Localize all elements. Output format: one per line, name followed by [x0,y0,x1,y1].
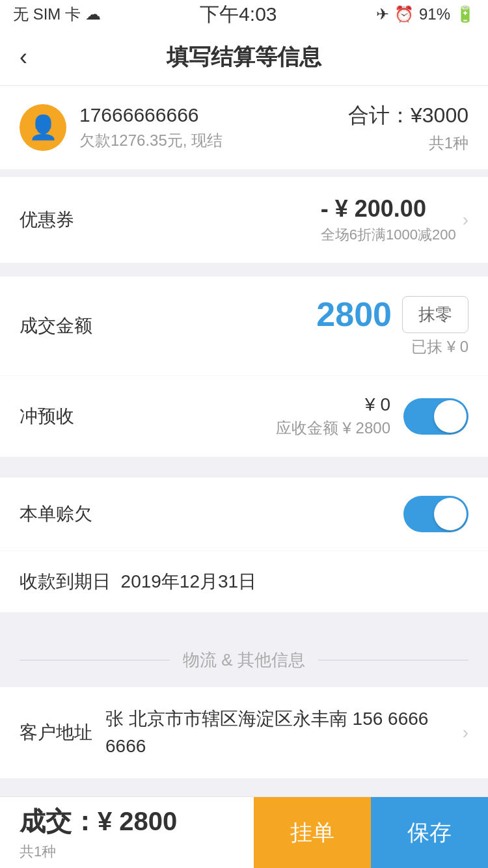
battery-icon: 🔋 [455,5,475,23]
address-content: 张 北京市市辖区海淀区永丰南 156 6666 6666 [105,705,450,760]
divider-line-left [20,660,170,660]
address-label: 客户地址 [20,720,92,745]
coupon-label: 优惠券 [20,208,74,232]
charge-sub: 应收金额 ¥ 2800 [276,418,390,439]
status-left: 无 SIM 卡 ☁ [13,4,101,25]
customer-phone: 17666666666 [79,104,223,126]
charge-toggle[interactable] [403,398,468,435]
footer-summary: 成交：¥ 2800 共1种 [0,804,254,861]
credit-debt-row: 本单赊欠 [0,478,488,551]
section-divider-3 [0,620,488,633]
section-divider-2 [0,465,488,478]
charge-right: ¥ 0 应收金额 ¥ 2800 [276,394,390,439]
address-row[interactable]: 客户地址 张 北京市市辖区海淀区永丰南 156 6666 6666 › [0,687,488,778]
coupon-amount: - ¥ 200.00 [321,195,456,223]
deal-amount-value: 2800 [316,295,392,334]
divider-line-right [318,660,468,660]
credit-label: 本单赊欠 [20,502,92,526]
status-bar: 无 SIM 卡 ☁ 下午4:03 ✈ ⏰ 91% 🔋 [0,0,488,29]
logistics-label: 物流 & 其他信息 [183,649,305,671]
credit-toggle-knob [434,498,467,530]
coupon-desc: 全场6折满1000减200 [321,225,456,245]
coupon-chevron-icon: › [463,210,468,230]
due-date-row: 收款到期日 2019年12月31日 [0,551,488,612]
address-chevron-icon: › [463,722,468,743]
deal-label: 成交金额 [20,314,92,338]
location-icon: ✈ [376,5,389,23]
credit-toggle[interactable] [403,496,468,532]
bottom-footer: 成交：¥ 2800 共1种 挂单 保存 [0,796,488,868]
avatar-icon: 👤 [29,114,58,141]
deal-value-container: 2800 抹零 [316,295,468,334]
page-title: 填写结算等信息 [167,42,321,72]
back-button[interactable]: ‹ [20,44,27,71]
content: 👤 17666666666 欠款1276.35元, 现结 合计：¥3000 共1… [0,86,488,868]
customer-left: 👤 17666666666 欠款1276.35元, 现结 [20,104,223,151]
footer-deal-value: ¥ 2800 [98,807,177,835]
customer-right: 合计：¥3000 共1种 [348,102,468,154]
charge-label: 冲预收 [20,404,74,429]
status-right: ✈ ⏰ 91% 🔋 [376,5,475,23]
footer-deal: 成交：¥ 2800 [20,804,234,839]
logistics-divider: 物流 & 其他信息 [0,633,488,687]
coupon-row[interactable]: 优惠券 - ¥ 200.00 全场6折满1000减200 › [0,177,488,264]
customer-card: 👤 17666666666 欠款1276.35元, 现结 合计：¥3000 共1… [0,86,488,169]
charge-amount: ¥ 0 [276,394,390,415]
footer-deal-label: 成交： [20,807,98,835]
deal-amount-row: 成交金额 2800 抹零 已抹 ¥ 0 [0,277,488,376]
no-sim-text: 无 SIM 卡 ☁ [13,4,101,25]
footer-count: 共1种 [20,842,234,861]
credit-section: 本单赊欠 收款到期日 2019年12月31日 [0,478,488,612]
customer-sub: 欠款1276.35元, 现结 [79,130,223,151]
avatar: 👤 [20,104,66,151]
section-divider-1 [0,264,488,277]
charge-adv-row: 冲预收 ¥ 0 应收金额 ¥ 2800 [0,376,488,457]
deal-section: 成交金额 2800 抹零 已抹 ¥ 0 冲预收 ¥ 0 应收金额 ¥ 2800 [0,277,488,457]
status-time: 下午4:03 [200,1,277,28]
round-button[interactable]: 抹零 [402,296,468,333]
deal-sub: 已抹 ¥ 0 [411,336,468,357]
save-button[interactable]: 保存 [371,797,488,869]
customer-info: 17666666666 欠款1276.35元, 现结 [79,104,223,151]
toggle-knob [434,400,467,433]
total-price: 合计：¥3000 [348,102,468,130]
hold-button[interactable]: 挂单 [254,797,371,869]
nav-bar: ‹ 填写结算等信息 [0,29,488,86]
coupon-right: - ¥ 200.00 全场6折满1000减200 › [321,195,468,245]
due-date-label: 收款到期日 2019年12月31日 [20,569,256,594]
total-count: 共1种 [348,133,468,154]
alarm-icon: ⏰ [394,5,414,23]
battery-text: 91% [419,5,450,23]
